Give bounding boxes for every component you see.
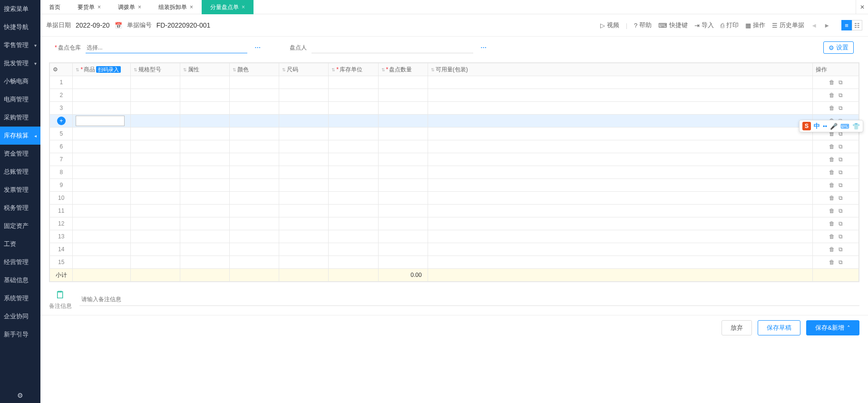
grid-config-button[interactable]: ⚙	[50, 63, 73, 76]
nav-next[interactable]: ►	[824, 22, 830, 29]
cell[interactable]	[378, 205, 428, 217]
delete-icon[interactable]: 🗑	[829, 182, 835, 188]
view-card-button[interactable]: ☷	[852, 20, 862, 30]
cell[interactable]	[73, 217, 130, 230]
row-number[interactable]: 8	[50, 166, 73, 179]
column-header[interactable]: ⇅可用量(包装)	[428, 63, 812, 76]
delete-icon[interactable]: 🗑	[829, 105, 835, 111]
cell[interactable]	[73, 230, 130, 243]
sidebar-item[interactable]: 基础信息	[0, 271, 40, 289]
cell[interactable]	[229, 102, 279, 115]
column-header[interactable]: ⇅规格型号	[130, 63, 180, 76]
copy-icon[interactable]: ⧉	[839, 143, 843, 150]
copy-icon[interactable]: ⧉	[839, 220, 843, 227]
person-input[interactable]	[312, 42, 473, 53]
cell[interactable]	[180, 76, 229, 89]
table-row[interactable]: 6🗑⧉	[50, 140, 859, 153]
tab[interactable]: 组装拆卸单×	[150, 0, 202, 14]
column-header[interactable]: ⇅颜色	[229, 63, 279, 76]
sidebar-item[interactable]: 系统管理	[0, 289, 40, 307]
table-row[interactable]: 15🗑⧉	[50, 256, 859, 269]
table-row[interactable]: 8🗑⧉	[50, 166, 859, 179]
tool-history[interactable]: ☰历史单据	[772, 21, 804, 29]
sidebar-item[interactable]: 快捷导航	[0, 18, 40, 36]
add-row-icon[interactable]: +	[57, 117, 66, 125]
cell[interactable]	[130, 217, 180, 230]
cell[interactable]	[229, 153, 279, 166]
delete-icon[interactable]: 🗑	[829, 143, 835, 150]
cell[interactable]	[428, 76, 812, 89]
tool-print[interactable]: ⎙打印	[721, 21, 739, 29]
cell[interactable]	[73, 243, 130, 256]
close-icon[interactable]: ×	[190, 0, 193, 14]
row-number[interactable]: 13	[50, 230, 73, 243]
save-new-button[interactable]: 保存&新增 ˄	[806, 320, 859, 335]
cell[interactable]	[73, 166, 130, 179]
column-header[interactable]: ⇅*商品扫码录入	[73, 63, 130, 76]
copy-icon[interactable]: ⧉	[839, 105, 843, 111]
cell[interactable]	[130, 256, 180, 269]
cell[interactable]	[73, 128, 130, 140]
table-row[interactable]: 3🗑⧉	[50, 102, 859, 115]
cell[interactable]	[229, 179, 279, 192]
remark-input[interactable]	[79, 293, 859, 306]
row-number[interactable]: 3	[50, 102, 73, 115]
cell[interactable]	[329, 128, 378, 140]
calendar-icon[interactable]: 📅	[115, 22, 122, 29]
table-row[interactable]: +🗑⧉	[50, 115, 859, 128]
sidebar-item[interactable]: 零售管理▾	[0, 36, 40, 54]
cell[interactable]	[73, 179, 130, 192]
cell[interactable]	[329, 102, 378, 115]
cell[interactable]	[73, 89, 130, 102]
sidebar-item[interactable]: 批发管理▾	[0, 54, 40, 72]
cell[interactable]	[378, 217, 428, 230]
row-number[interactable]: 12	[50, 217, 73, 230]
row-number[interactable]: 15	[50, 256, 73, 269]
sidebar-item[interactable]: 税务管理	[0, 199, 40, 217]
save-draft-button[interactable]: 保存草稿	[758, 320, 800, 335]
delete-icon[interactable]: 🗑	[829, 156, 835, 163]
copy-icon[interactable]: ⧉	[839, 182, 843, 188]
table-row[interactable]: 11🗑⧉	[50, 205, 859, 217]
cell[interactable]	[229, 140, 279, 153]
cell[interactable]	[378, 192, 428, 205]
column-header[interactable]: ⇅*盘点数量	[378, 63, 428, 76]
cell[interactable]	[329, 243, 378, 256]
doc-date-value[interactable]: 2022-09-20	[76, 21, 110, 29]
cell[interactable]	[329, 76, 378, 89]
column-header[interactable]: ⇅*库存单位	[329, 63, 378, 76]
table-row[interactable]: 10🗑⧉	[50, 192, 859, 205]
delete-icon[interactable]: 🗑	[829, 246, 835, 253]
row-number[interactable]: 2	[50, 89, 73, 102]
row-number[interactable]: 14	[50, 243, 73, 256]
scan-badge[interactable]: 扫码录入	[96, 66, 121, 73]
ime-lang[interactable]: 中	[814, 122, 820, 130]
copy-icon[interactable]: ⧉	[839, 156, 843, 163]
cell[interactable]	[378, 89, 428, 102]
cell[interactable]	[329, 205, 378, 217]
tool-video[interactable]: ▷视频	[600, 21, 619, 29]
cell[interactable]	[229, 89, 279, 102]
cell[interactable]	[428, 153, 812, 166]
row-number[interactable]: +	[50, 115, 73, 128]
cell[interactable]	[229, 217, 279, 230]
discard-button[interactable]: 放弃	[722, 320, 752, 335]
cell[interactable]	[378, 128, 428, 140]
cell[interactable]	[378, 115, 428, 128]
cell[interactable]	[329, 140, 378, 153]
table-row[interactable]: 1🗑⧉	[50, 76, 859, 89]
cell[interactable]	[279, 153, 329, 166]
cell[interactable]	[329, 115, 378, 128]
cell[interactable]	[130, 102, 180, 115]
cell[interactable]	[130, 230, 180, 243]
cell[interactable]	[73, 256, 130, 269]
cell[interactable]	[279, 128, 329, 140]
cell[interactable]	[279, 217, 329, 230]
cell-editor[interactable]	[76, 116, 125, 126]
cell[interactable]	[229, 166, 279, 179]
delete-icon[interactable]: 🗑	[829, 92, 835, 98]
cell[interactable]	[73, 192, 130, 205]
sidebar-item[interactable]: 企业协同	[0, 307, 40, 325]
cell[interactable]	[378, 76, 428, 89]
row-number[interactable]: 9	[50, 179, 73, 192]
